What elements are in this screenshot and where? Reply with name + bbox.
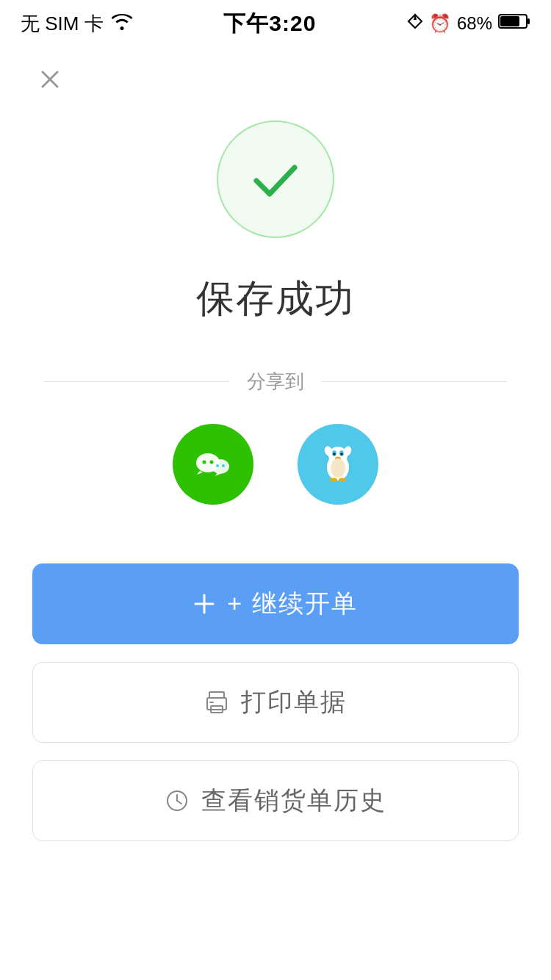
print-label: 打印单据 <box>241 685 347 719</box>
svg-point-20 <box>339 478 346 482</box>
status-bar: 无 SIM 卡 下午3:20 ⏰ 68% <box>0 0 551 47</box>
continue-order-button[interactable]: + 继续开单 <box>32 563 519 644</box>
share-icons-row <box>173 424 378 505</box>
clock-icon <box>165 788 190 813</box>
svg-point-19 <box>330 478 337 482</box>
printer-icon <box>204 690 229 715</box>
share-divider: 分享到 <box>0 369 551 394</box>
status-left: 无 SIM 卡 <box>21 11 133 37</box>
close-button[interactable] <box>29 59 71 100</box>
status-time: 下午3:20 <box>223 9 316 39</box>
alarm-icon: ⏰ <box>429 13 451 34</box>
svg-point-7 <box>203 461 206 464</box>
plus-icon <box>193 593 215 615</box>
battery-text: 68% <box>457 13 492 34</box>
location-icon <box>407 13 423 34</box>
svg-rect-1 <box>500 16 519 26</box>
wifi-icon <box>111 12 133 35</box>
svg-rect-2 <box>527 18 530 24</box>
svg-point-18 <box>331 458 345 478</box>
continue-label: + 继续开单 <box>227 587 357 621</box>
history-button[interactable]: 查看销货单历史 <box>32 760 519 841</box>
status-right: ⏰ 68% <box>407 13 530 34</box>
print-button[interactable]: 打印单据 <box>32 662 519 743</box>
svg-line-31 <box>177 801 181 804</box>
svg-rect-25 <box>209 692 224 698</box>
qq-share-button[interactable] <box>298 424 378 505</box>
success-icon-circle <box>217 120 334 238</box>
checkmark-icon <box>246 150 305 209</box>
wechat-icon <box>190 441 237 488</box>
sim-text: 无 SIM 卡 <box>21 11 104 37</box>
qq-icon <box>314 441 361 488</box>
share-label: 分享到 <box>229 369 322 394</box>
svg-point-9 <box>216 464 219 467</box>
action-buttons: + 继续开单 打印单据 查看销 <box>0 563 551 841</box>
svg-point-6 <box>212 459 229 474</box>
divider-line-right <box>322 381 507 382</box>
success-title: 保存成功 <box>196 273 355 325</box>
divider-line-left <box>44 381 229 382</box>
svg-point-15 <box>333 453 336 455</box>
history-label: 查看销货单历史 <box>201 784 386 818</box>
svg-rect-26 <box>207 698 226 710</box>
svg-point-8 <box>210 461 214 464</box>
svg-point-10 <box>222 464 225 467</box>
main-content: 保存成功 分享到 <box>0 47 551 841</box>
wechat-share-button[interactable] <box>173 424 253 505</box>
svg-point-16 <box>340 453 343 455</box>
battery-icon <box>498 13 530 34</box>
